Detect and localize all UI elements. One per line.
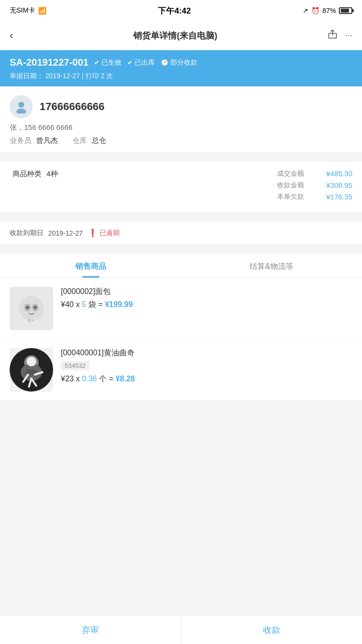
amount-row: 成交金额 ¥485.30 [277, 169, 352, 178]
product-price-2: ¥23 [61, 375, 74, 383]
stats-section: 商品种类 4种 成交金额 ¥485.30 收款金额 ¥308.95 本单欠款 ¥… [0, 162, 362, 212]
order-header: SA-20191227-001 ✔ 已生效 ✔ 已出库 🕐 部分收款 单据日期：… [0, 50, 362, 86]
tabs-section: 销售商品 结算&物流等 [0, 254, 362, 278]
debt-value: ¥176.35 [314, 193, 352, 201]
payment-due-section: 收款到期日 2019-12-27 ❗ 已逾期 [0, 222, 362, 244]
status-active: ✔ 已生效 [94, 58, 122, 67]
customer-avatar [10, 95, 33, 118]
customer-name-phone: 张，156 6666 6666 [10, 123, 352, 132]
product-unit-1: 袋 [88, 300, 96, 308]
product-thumb-1: 鱼+ [10, 287, 53, 330]
product-details-1: [0000002]面包 ¥40 x 5 袋 = ¥199.99 [61, 287, 352, 310]
customer-meta: 业务员 曾凡杰 仓库 总仓 [10, 136, 352, 145]
customer-top: 17666666666 [10, 95, 352, 118]
svg-text:鱼+: 鱼+ [28, 319, 34, 323]
product-qty-1: 5 [82, 300, 86, 308]
received-label: 收款金额 [277, 181, 304, 190]
bottom-bar: 弃审 收款 [0, 615, 362, 644]
product-sku-2: 534532 [61, 361, 89, 370]
due-date-label: 收款到期日 [10, 229, 43, 238]
product-name-2: [000400001]黄油曲奇 [61, 348, 352, 358]
debt-row: 本单欠款 ¥176.35 [277, 193, 352, 201]
product-total-1: ¥199.99 [105, 300, 133, 308]
back-button[interactable]: ‹ [10, 29, 23, 42]
product-price-row-2: ¥23 x 0.36 个 = ¥8.28 [61, 374, 352, 384]
svg-point-14 [27, 357, 36, 366]
more-icon[interactable]: ··· [345, 30, 352, 41]
product-unit-2: 个 [99, 375, 107, 383]
status-right: ↗ ⏰ 87% [303, 7, 352, 14]
divider-2 [0, 217, 362, 222]
payment-button[interactable]: 收款 [181, 616, 362, 644]
divider-3 [0, 249, 362, 254]
check-icon-1: ✔ [94, 59, 99, 66]
order-date-row: 单据日期： 2019-12-27 | 打印 2 次 [10, 72, 352, 81]
customer-section: 17666666666 张，156 6666 6666 业务员 曾凡杰 仓库 总… [0, 86, 362, 152]
svg-point-8 [27, 307, 28, 308]
product-qty-2: 0.36 [82, 375, 97, 383]
customer-phone: 17666666666 [40, 100, 105, 113]
warehouse-info: 仓库 总仓 [72, 136, 106, 145]
product-price-1: ¥40 [61, 300, 74, 308]
overdue-badge: ❗ 已逾期 [88, 228, 120, 238]
product-types: 商品种类 4种 [10, 169, 58, 179]
nav-actions: ··· [328, 29, 352, 42]
page-title: 销货单详情(来自电脑) [23, 30, 328, 42]
product-price-row-1: ¥40 x 5 袋 = ¥199.99 [61, 300, 352, 310]
product-types-label: 商品种类 [13, 169, 42, 178]
salesperson-value: 曾凡杰 [36, 136, 58, 144]
order-id-row: SA-20191227-001 ✔ 已生效 ✔ 已出库 🕐 部分收款 [10, 57, 352, 68]
status-partial: 🕐 部分收款 [161, 58, 197, 67]
location-icon: ↗ [303, 7, 308, 14]
product-mult-1: x [76, 300, 82, 308]
due-date-value: 2019-12-27 [48, 229, 83, 237]
reject-button[interactable]: 弃审 [0, 616, 181, 644]
product-item-1: 鱼+ [0000002]面包 ¥40 x 5 袋 = ¥199.99 [0, 278, 362, 339]
product-eq-1: = [98, 300, 105, 308]
product-types-value: 4种 [46, 169, 57, 178]
products-section: 鱼+ [0000002]面包 ¥40 x 5 袋 = ¥199.99 [0, 278, 362, 401]
warehouse-value: 总仓 [92, 136, 106, 144]
status-dispatched: ✔ 已出库 [127, 58, 155, 67]
status-bar: 无SIM卡 📶 下午4:42 ↗ ⏰ 87% [0, 0, 362, 21]
received-row: 收款金额 ¥308.95 [277, 181, 352, 190]
product-thumb-2 [10, 348, 53, 392]
alarm-icon: ⏰ [311, 7, 320, 14]
amount-label: 成交金额 [277, 169, 304, 178]
svg-point-9 [34, 307, 36, 308]
svg-point-2 [16, 109, 26, 113]
tab-settlement[interactable]: 结算&物流等 [181, 254, 362, 278]
bottom-spacer [0, 401, 362, 434]
order-date: 2019-12-27 [45, 72, 80, 80]
product-name-1: [0000002]面包 [61, 287, 352, 297]
battery-icon [339, 7, 352, 14]
product-item-2: [000400001]黄油曲奇 534532 ¥23 x 0.36 个 = ¥8… [0, 339, 362, 401]
clock-icon: 🕐 [161, 59, 168, 66]
product-mult-2: x [76, 375, 82, 383]
battery-text: 87% [322, 7, 336, 14]
wifi-icon: 📶 [38, 7, 46, 14]
status-left: 无SIM卡 📶 [10, 6, 46, 15]
product-total-2: ¥8.28 [115, 375, 135, 383]
share-icon[interactable] [328, 29, 337, 42]
tabs-row: 销售商品 结算&物流等 [0, 254, 362, 278]
overdue-icon: ❗ [88, 228, 97, 238]
print-info: | 打印 2 次 [82, 72, 113, 80]
check-icon-2: ✔ [127, 59, 133, 66]
warehouse-label: 仓库 [72, 136, 87, 144]
status-time: 下午4:42 [158, 5, 191, 16]
received-value: ¥308.95 [314, 181, 352, 190]
date-label: 单据日期： [10, 72, 43, 80]
product-details-2: [000400001]黄油曲奇 534532 ¥23 x 0.36 个 = ¥8… [61, 348, 352, 384]
overdue-label: 已逾期 [99, 229, 120, 238]
product-eq-2: = [109, 375, 116, 383]
financial-stats: 成交金额 ¥485.30 收款金额 ¥308.95 本单欠款 ¥176.35 [277, 169, 352, 204]
salesperson-info: 业务员 曾凡杰 [10, 136, 58, 145]
amount-value: ¥485.30 [314, 169, 352, 178]
nav-bar: ‹ 销货单详情(来自电脑) ··· [0, 21, 362, 50]
signal-text: 无SIM卡 [10, 6, 35, 15]
debt-label: 本单欠款 [277, 193, 304, 201]
svg-point-3 [19, 296, 44, 321]
tab-sales-goods[interactable]: 销售商品 [0, 254, 181, 278]
svg-point-1 [18, 102, 24, 108]
